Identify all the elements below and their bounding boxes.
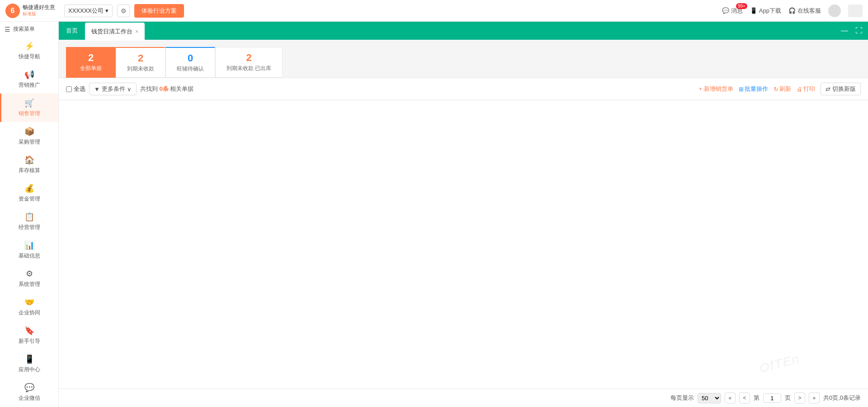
stat-card-wangwang[interactable]: 0 旺辅待确认 [165, 47, 215, 78]
sidebar-item-inventory[interactable]: 🏠 库存核算 [0, 150, 58, 179]
select-all-checkbox[interactable]: 全选 [66, 85, 85, 93]
app-download-button[interactable]: 📱 App下载 [750, 7, 781, 15]
sidebar-item-quick-nav[interactable]: ⚡ 快捷导航 [0, 37, 58, 65]
last-page-button[interactable]: » [809, 393, 820, 403]
sidebar-item-purchase[interactable]: 📦 采购管理 [0, 122, 58, 150]
sidebar-item-label: 经营管理 [19, 224, 40, 231]
sidebar-item-app-center[interactable]: 📱 应用中心 [0, 350, 58, 378]
messages-button[interactable]: 💬 消息 99+ [722, 7, 743, 15]
online-service-button[interactable]: 🎧 在线客服 [788, 7, 821, 15]
refresh-label: 刷新 [779, 85, 791, 93]
company-selector[interactable]: XXXXXX公司 ▾ [64, 5, 113, 17]
company-name: XXXXXX公司 [68, 7, 104, 15]
quick-nav-icon: ⚡ [24, 41, 34, 51]
prev-page-button[interactable]: < [739, 393, 750, 403]
stat-number-overdue-unshipped: 2 [226, 52, 271, 64]
sidebar-item-finance[interactable]: 💰 资金管理 [0, 179, 58, 207]
message-icon: 💬 [722, 7, 729, 14]
switch-label: 切换新版 [832, 85, 856, 93]
sidebar-item-guide[interactable]: 🔖 新手引导 [0, 321, 58, 350]
sidebar-item-label: 新手引导 [19, 337, 40, 345]
sidebar-item-label: 基础信息 [19, 252, 40, 260]
settings-button[interactable]: ⚙ [117, 5, 130, 17]
sidebar-item-sales[interactable]: 🛒 销售管理 [0, 94, 58, 122]
next-page-button[interactable]: > [794, 393, 805, 403]
select-all-label: 全选 [74, 85, 85, 93]
toolbar-left: 全选 ▼ 更多条件 ∨ 共找到 0条 相关单据 [66, 83, 695, 95]
batch-operation-button[interactable]: ⊞ 批量操作 [739, 85, 768, 93]
first-page-button[interactable]: « [725, 393, 736, 403]
refresh-icon: ↻ [774, 86, 778, 93]
switch-version-button[interactable]: ⇄ 切换新版 [821, 83, 861, 95]
sidebar-item-wechat[interactable]: 💬 企业微信 [0, 378, 58, 407]
stat-card-overdue-unpaid[interactable]: 2 到期未收款 [116, 47, 165, 78]
inventory-icon: 🏠 [24, 155, 34, 165]
sidebar-item-system[interactable]: ⚙ 系统管理 [0, 264, 58, 293]
tab-home[interactable]: 首页 [59, 22, 85, 40]
toolbar: 全选 ▼ 更多条件 ∨ 共找到 0条 相关单据 + 新增销货单 [59, 78, 868, 100]
operation-icon: 📋 [24, 212, 34, 222]
stat-card-all[interactable]: 2 全部单据 [66, 47, 116, 78]
filter-button[interactable]: ▼ 更多条件 ∨ [89, 83, 137, 95]
trial-button[interactable]: 体验行业方案 [134, 4, 184, 18]
avatar[interactable] [828, 5, 841, 17]
sidebar-item-cooperation[interactable]: 🤝 企业协同 [0, 293, 58, 321]
logo-text-block: 畅捷通好生意 标准版 [23, 4, 55, 18]
online-service-label: 在线客服 [797, 7, 821, 15]
search-menu-button[interactable]: ☰ 搜索菜单 [0, 22, 58, 37]
page-input[interactable] [763, 393, 781, 403]
stat-card-overdue-unshipped[interactable]: 2 到期未收款 已出库 [215, 47, 283, 78]
result-count: 0条 [160, 85, 169, 92]
messages-badge: 99+ [736, 3, 747, 9]
system-icon: ⚙ [26, 269, 33, 279]
wechat-icon: 💬 [24, 383, 34, 393]
tab-minimize-button[interactable]: — [839, 25, 850, 37]
sidebar-item-label: 系统管理 [19, 281, 40, 288]
batch-icon: ⊞ [739, 86, 744, 93]
pagination-bar: 每页显示 50 100 « < 第 页 > » [59, 388, 868, 407]
stat-label-overdue-unpaid: 到期未收款 [127, 65, 154, 73]
sidebar-item-basic-info[interactable]: 📊 基础信息 [0, 236, 58, 264]
table-area [59, 100, 868, 388]
refresh-button[interactable]: ↻ 刷新 [774, 85, 791, 93]
select-all-input[interactable] [66, 86, 72, 92]
switch-icon: ⇄ [826, 86, 830, 93]
app-center-icon: 📱 [24, 354, 34, 364]
add-order-button[interactable]: + 新增销货单 [699, 85, 733, 93]
tab-current[interactable]: 钱货日清工作台 × [85, 23, 145, 41]
tab-close-icon[interactable]: × [135, 28, 138, 35]
user-menu[interactable] [848, 5, 863, 17]
result-text: 共找到 0条 相关单据 [140, 85, 193, 93]
stats-row: 2 全部单据 2 到期未收款 0 旺辅待确认 2 到期未收款 已出库 [59, 40, 868, 78]
print-button[interactable]: 🖨 打印 [797, 85, 815, 93]
app-badge: 标准版 [23, 11, 55, 17]
sidebar-item-marketing[interactable]: 📢 营销推广 [0, 65, 58, 94]
basic-info-icon: 📊 [24, 240, 34, 250]
purchase-icon: 📦 [24, 126, 34, 136]
stat-label-all: 全部单据 [77, 65, 104, 72]
download-icon: 📱 [750, 7, 757, 14]
tab-maximize-button[interactable]: ⛶ [854, 25, 864, 37]
tab-label: 钱货日清工作台 [91, 28, 132, 36]
total-label: 共0页,0条记录 [823, 394, 861, 402]
marketing-icon: 📢 [24, 70, 34, 80]
per-page-select[interactable]: 50 100 [698, 393, 721, 403]
logo-icon: 6 [5, 4, 20, 18]
sidebar-item-operation[interactable]: 📋 经营管理 [0, 207, 58, 236]
main-content: 首页 钱货日清工作台 × — ⛶ 2 全部单据 2 到期未收款 [59, 22, 868, 407]
header: 6 畅捷通好生意 标准版 XXXXXX公司 ▾ ⚙ 体验行业方案 💬 消息 99… [0, 0, 868, 22]
stat-label-overdue-unshipped: 到期未收款 已出库 [226, 65, 271, 72]
page-content: 2 全部单据 2 到期未收款 0 旺辅待确认 2 到期未收款 已出库 [59, 40, 868, 407]
batch-label: 批量操作 [745, 85, 768, 93]
cooperation-icon: 🤝 [24, 297, 34, 307]
last-page-icon: » [813, 395, 816, 401]
stat-label-wangwang: 旺辅待确认 [177, 65, 204, 73]
sidebar-item-label: 企业协同 [19, 309, 40, 317]
result-suffix: 相关单据 [170, 85, 193, 92]
guide-icon: 🔖 [24, 326, 34, 336]
toolbar-right: + 新增销货单 ⊞ 批量操作 ↻ 刷新 🖨 打印 ⇄ [699, 83, 861, 95]
result-prefix: 共找到 [140, 85, 158, 92]
app-name: 畅捷通好生意 [23, 4, 55, 11]
sidebar-item-label: 快捷导航 [19, 53, 40, 61]
main-layout: ☰ 搜索菜单 ⚡ 快捷导航 📢 营销推广 🛒 销售管理 📦 采购管理 🏠 库存核… [0, 22, 868, 407]
